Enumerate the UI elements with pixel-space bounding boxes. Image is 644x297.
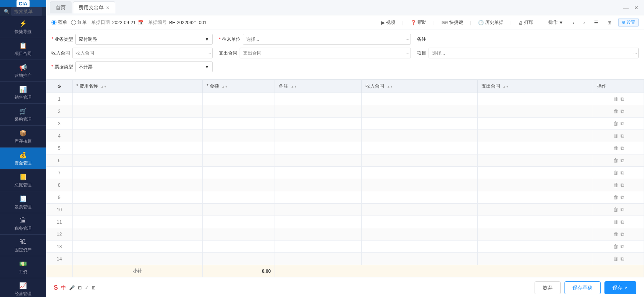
operation-btn[interactable]: 操作 ▼ [546,18,566,27]
income-contract-cell[interactable] [362,216,477,228]
amount-cell[interactable] [202,216,275,228]
sidebar-item-tax[interactable]: 🏛税务管理 [0,213,46,235]
copy-icon[interactable]: ⧉ [621,170,624,176]
project-input[interactable] [429,48,639,58]
note-cell[interactable] [275,142,362,154]
project-input-wrap[interactable]: ··· [429,48,639,58]
sidebar-item-capital[interactable]: 💰资金管理 [0,148,46,169]
delete-icon[interactable]: 🗑 [613,219,618,225]
note-cell[interactable] [275,118,362,130]
delete-icon[interactable]: 🗑 [613,231,618,237]
income-contract-cell[interactable] [362,105,477,118]
note-cell[interactable] [275,130,362,142]
sidebar-item-operations[interactable]: 📈经营管理 [0,278,46,297]
expense-contract-cell[interactable] [477,93,593,105]
expense-name-cell[interactable] [72,93,202,105]
copy-icon[interactable]: ⧉ [621,256,624,262]
discard-button[interactable]: 放弃 [535,281,561,294]
income-contract-cell[interactable] [362,142,477,154]
expense-contract-cell[interactable] [477,118,593,130]
biz-type-select-wrap[interactable]: 应付调整 ▼ [75,34,213,45]
brand-s-icon[interactable]: S [54,284,58,291]
expense-name-cell[interactable] [72,179,202,191]
note-cell[interactable] [275,179,362,191]
sort-icon-amount[interactable]: ▲▼ [222,85,228,88]
amount-cell[interactable] [202,228,275,241]
nav-prev[interactable]: ‹ [570,19,576,27]
expense-name-cell[interactable] [72,241,202,253]
amount-cell[interactable] [202,130,275,142]
delete-icon[interactable]: 🗑 [613,207,618,213]
income-contract-wrap[interactable]: ··· [72,48,213,58]
copy-icon[interactable]: ⧉ [621,158,624,164]
delete-icon[interactable]: 🗑 [613,158,618,164]
expense-contract-input[interactable] [240,48,411,58]
save-draft-button[interactable]: 保存草稿 [565,281,601,294]
radio-red[interactable]: 红单 [71,19,87,26]
income-contract-cell[interactable] [362,191,477,204]
copy-icon[interactable]: ⧉ [621,133,624,139]
income-contract-cell[interactable] [362,93,477,105]
note-cell[interactable] [275,93,362,105]
video-btn[interactable]: ▶ 视频 [379,18,397,27]
col-settings[interactable]: ⚙ [46,80,73,93]
expense-name-cell[interactable] [72,216,202,228]
tab-expense-close[interactable]: ✕ [106,5,109,10]
tab-home[interactable]: 首页 [50,2,71,13]
amount-cell[interactable] [202,191,275,204]
mic-icon[interactable]: 🎤 [69,285,75,290]
print-btn[interactable]: 🖨 打印 [516,18,536,27]
delete-icon[interactable]: 🗑 [613,133,618,139]
expense-contract-cell[interactable] [477,167,593,179]
radio-blue-input[interactable] [51,20,56,25]
expense-name-cell[interactable] [72,118,202,130]
expense-contract-cell[interactable] [477,179,593,191]
sort-icon-name[interactable]: ▲▼ [101,85,107,88]
expense-contract-cell[interactable] [477,130,593,142]
nav-next[interactable]: › [581,19,587,27]
sidebar-item-salary[interactable]: 💵工资 [0,256,46,278]
note-cell[interactable] [275,228,362,241]
sort-icon-expense[interactable]: ▲▼ [503,85,509,88]
history-btn[interactable]: 🕐 历史单据 [476,18,506,27]
amount-cell[interactable] [202,93,275,105]
screen-icon[interactable]: ⊡ [78,285,82,290]
view-list-btn[interactable]: ☰ [592,19,601,27]
amount-cell[interactable] [202,142,275,154]
expense-contract-cell[interactable] [477,154,593,167]
amount-cell[interactable] [202,253,275,265]
expense-contract-cell[interactable] [477,105,593,118]
partner-input[interactable] [243,34,411,45]
partner-input-wrap[interactable]: ··· [243,34,411,45]
delete-icon[interactable]: 🗑 [613,170,618,176]
copy-icon[interactable]: ⧉ [621,96,624,102]
window-close[interactable]: ✕ [632,4,640,12]
delete-icon[interactable]: 🗑 [613,194,618,201]
sort-icon-note[interactable]: ▲▼ [291,85,297,88]
copy-icon[interactable]: ⧉ [621,145,624,151]
note-cell[interactable] [275,204,362,216]
amount-cell[interactable] [202,105,275,118]
sidebar-search-container[interactable]: 🔍 [0,7,46,16]
income-contract-cell[interactable] [362,204,477,216]
sidebar-item-ledger[interactable]: 📒总账管理 [0,169,46,191]
expense-name-cell[interactable] [72,130,202,142]
delete-icon[interactable]: 🗑 [613,145,618,151]
amount-cell[interactable] [202,167,275,179]
copy-icon[interactable]: ⧉ [621,121,624,127]
expense-name-cell[interactable] [72,253,202,265]
sidebar-search-input[interactable] [11,7,42,16]
income-contract-input[interactable] [72,48,213,58]
note-cell[interactable] [275,154,362,167]
delete-icon[interactable]: 🗑 [613,108,618,114]
copy-icon[interactable]: ⧉ [621,231,624,237]
amount-cell[interactable] [202,154,275,167]
tab-expense[interactable]: 费用支出单 ✕ [73,2,115,13]
invoice-type-select[interactable]: 不开票 ▼ [75,61,213,72]
delete-icon[interactable]: 🗑 [613,182,618,188]
set-btn[interactable]: ⚙ 设置 [618,18,639,27]
grid-icon[interactable]: ⊞ [92,285,96,290]
expense-name-cell[interactable] [72,167,202,179]
copy-icon[interactable]: ⧉ [621,182,624,188]
amount-cell[interactable] [202,118,275,130]
